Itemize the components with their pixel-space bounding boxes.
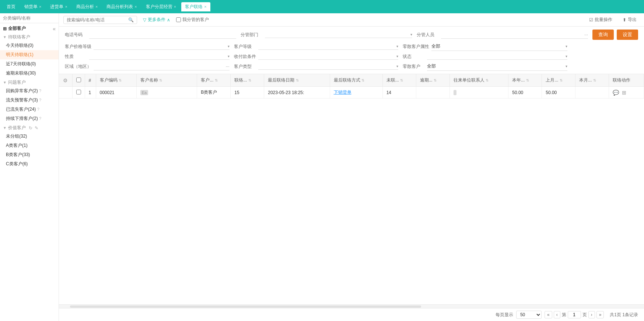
settings-btn[interactable]: 设置 [617, 30, 638, 40]
horizontal-scrollbar[interactable] [59, 304, 644, 308]
row-last-method-cell[interactable]: 下销货单 [330, 87, 382, 99]
sidebar-item-a-customers[interactable]: A类客户(1) [0, 141, 59, 150]
col-this-month-sort[interactable]: ⇅ [593, 78, 596, 82]
sidebar-item-7day-contact[interactable]: 近7天待联络(0) [0, 59, 59, 69]
row-grid-icon[interactable]: ⊞ [622, 90, 626, 96]
col-overdue[interactable]: 逾期... ⇅ [416, 74, 449, 87]
col-last-method[interactable]: 最后联络方式 ⇅ [330, 74, 382, 87]
close-purchase-order[interactable]: × [65, 4, 67, 9]
sidebar-group-pending-contact[interactable]: 待联络客户 [0, 32, 59, 41]
sidebar-group-value-customers[interactable]: 价值客户 ↻ ✎ [0, 123, 59, 132]
per-page-select[interactable]: 50 100 200 [516, 311, 542, 319]
col-overdue-sort[interactable]: ⇅ [434, 78, 437, 82]
filter-status-select[interactable]: ▾ [427, 53, 567, 60]
col-this-year-sort[interactable]: ⇅ [526, 78, 529, 82]
nav-customer-tier[interactable]: 客户分层经营 × [142, 2, 180, 11]
sidebar-item-b-customers[interactable]: B类客户(33) [0, 150, 59, 159]
filter-customer-type-select[interactable]: ▾ [258, 63, 399, 70]
filter-person-ellipsis[interactable]: ··· [584, 32, 588, 37]
filter-nature-select[interactable]: ▾ [89, 53, 230, 60]
prev-page-btn[interactable]: ‹ [554, 311, 560, 318]
col-contact-count[interactable]: 联络... ⇅ [231, 74, 264, 87]
row-last-method-link[interactable]: 下销货单 [334, 90, 351, 95]
col-name-sort[interactable]: ⇅ [159, 78, 162, 82]
filter-region-select[interactable]: ··· [94, 63, 230, 70]
sidebar-item-declining-customers[interactable]: 持续下滑客户(2) ? [0, 114, 59, 123]
col-type-sort[interactable]: ⇅ [215, 78, 218, 82]
nav-purchase-order[interactable]: 进货单 × [46, 2, 71, 11]
sidebar-item-repurchase-abnormal[interactable]: 回购异常客户(2) ? [0, 86, 59, 96]
edit-icon[interactable]: ✎ [35, 125, 38, 131]
sidebar-collapse-btn[interactable]: « [53, 26, 56, 32]
my-customers-checkbox-label[interactable]: 我分管的客户 [176, 17, 209, 23]
first-page-btn[interactable]: « [545, 311, 552, 318]
col-uncontacted-sort[interactable]: ⇅ [400, 78, 403, 82]
filter-dept-select[interactable]: ▾ [265, 31, 412, 38]
filter-retail-attr-select[interactable]: 全部 ▾ [431, 42, 567, 51]
col-type[interactable]: 客户... ⇅ [197, 74, 231, 87]
col-code[interactable]: 客户编码 ⇅ [96, 74, 136, 87]
col-contact-count-sort[interactable]: ⇅ [248, 78, 251, 82]
nav-product-analysis[interactable]: 商品分析 × [73, 2, 101, 11]
col-settings[interactable]: ⚙ [59, 74, 72, 87]
more-filter-btn[interactable]: ▽ 更多条件 ∧ [140, 15, 173, 24]
refresh-icon[interactable]: ↻ [29, 125, 32, 131]
filter-price-level-select[interactable]: ▾ [94, 43, 230, 50]
col-last-date-sort[interactable]: ⇅ [296, 78, 299, 82]
col-this-year[interactable]: 本年... ⇅ [508, 74, 542, 87]
nav-product-analysis-list[interactable]: 商品分析列表 × [103, 2, 140, 11]
filter-retail-customer-select[interactable]: 全部 ▾ [427, 62, 567, 71]
row-checkbox[interactable] [76, 90, 81, 94]
page-number-input[interactable] [568, 311, 581, 318]
next-page-btn[interactable]: › [588, 311, 595, 318]
col-last-method-sort[interactable]: ⇅ [361, 78, 364, 82]
col-uncontacted[interactable]: 未联... ⇅ [382, 74, 416, 87]
main-search-input[interactable] [67, 17, 127, 23]
close-customer-tier[interactable]: × [174, 4, 176, 9]
filter-customer-level-select[interactable]: ▾ [258, 43, 399, 50]
close-product-analysis[interactable]: × [95, 4, 98, 9]
query-btn[interactable]: 查询 [592, 30, 614, 40]
col-code-sort[interactable]: ⇅ [119, 78, 122, 82]
sidebar-item-tomorrow-contact[interactable]: 明天待联络(1) [0, 50, 59, 59]
sidebar-item-lost-customers[interactable]: 已流失客户(24) ? [0, 105, 59, 114]
col-checkbox[interactable] [72, 74, 85, 87]
col-last-month-sort[interactable]: ⇅ [560, 78, 563, 82]
col-this-month[interactable]: 本月... ⇅ [575, 74, 609, 87]
settings-gear-icon[interactable]: ⚙ [63, 77, 68, 83]
col-last-date[interactable]: 最后联络日期 ⇅ [264, 74, 330, 87]
sidebar-item-ungrouped[interactable]: 未分组(32) [0, 132, 59, 141]
row-comment-icon[interactable]: 💬 [613, 90, 619, 96]
col-company-contact-sort[interactable]: ⇅ [486, 78, 489, 82]
export-btn[interactable]: ⬆ 导出 [620, 15, 640, 24]
sidebar-group-problem-customers[interactable]: 问题客户 [0, 78, 59, 86]
close-customer-contact[interactable]: × [204, 4, 206, 9]
filter-person-select[interactable]: ··· [441, 31, 588, 39]
last-page-btn[interactable]: » [596, 311, 604, 318]
filter-person: 分管人员 ··· [417, 31, 588, 39]
scroll-track[interactable] [70, 306, 421, 308]
col-company-contact[interactable]: 往来单位联系人 ⇅ [449, 74, 508, 87]
nav-home[interactable]: 首页 [3, 2, 19, 11]
sidebar-item-today-contact[interactable]: 今天待联络(0) [0, 41, 59, 50]
sidebar-item-c-customers[interactable]: C类客户(6) [0, 159, 59, 169]
sidebar-item-overdue-contact[interactable]: 逾期未联络(30) [0, 69, 59, 78]
nav-customer-contact[interactable]: 客户联络 × [181, 2, 210, 11]
close-product-analysis-list[interactable]: × [134, 4, 137, 9]
main-search-icon[interactable]: 🔍 [128, 17, 134, 23]
my-customers-checkbox[interactable] [176, 17, 181, 22]
nav-sales-order[interactable]: 销货单 × [21, 2, 45, 11]
row-checkbox-cell[interactable] [72, 87, 85, 99]
sidebar-item-loss-warning[interactable]: 流失预警客户(3) ? [0, 96, 59, 105]
filter-region-ellipsis[interactable]: ··· [226, 64, 230, 69]
select-all-checkbox[interactable] [76, 77, 81, 82]
col-name[interactable]: 客户名称 ⇅ [136, 74, 197, 87]
close-sales-order[interactable]: × [39, 4, 41, 9]
batch-op-btn[interactable]: ☑ 批量操作 [586, 15, 615, 24]
filter-payment-select[interactable]: ▾ [258, 53, 399, 60]
sidebar-all-customers-title[interactable]: ⊞ 全部客户 [3, 25, 26, 32]
filter-phone-input[interactable] [89, 31, 236, 39]
col-last-month[interactable]: 上月... ⇅ [542, 74, 575, 87]
filter-dept-chevron: ▾ [410, 32, 412, 37]
sidebar-search-input[interactable] [3, 15, 58, 21]
